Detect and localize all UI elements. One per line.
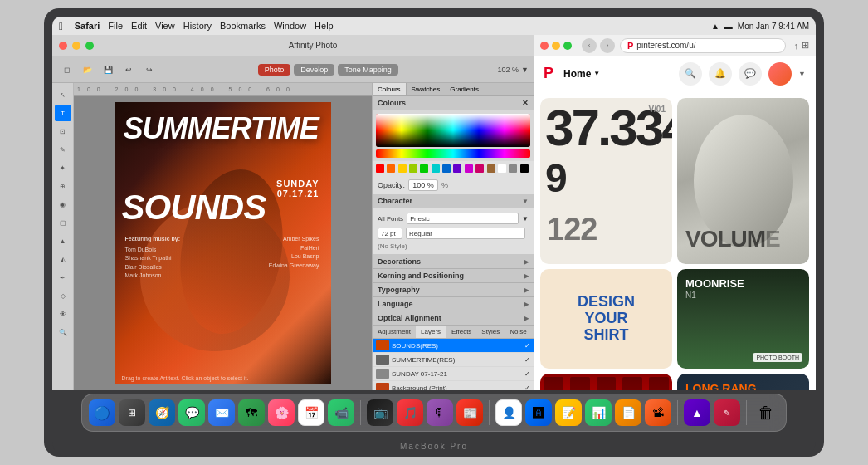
layer-visible-bg[interactable]: ✓ bbox=[524, 384, 530, 391]
toolbar-new[interactable]: ◻ bbox=[57, 61, 76, 79]
swatch-orange[interactable] bbox=[387, 164, 395, 173]
swatch-brown[interactable] bbox=[487, 164, 495, 173]
tab-effects[interactable]: Effects bbox=[446, 326, 476, 338]
hue-slider[interactable] bbox=[376, 149, 530, 158]
font-family-input[interactable]: Friesic bbox=[407, 213, 519, 224]
swatch-white[interactable] bbox=[498, 164, 506, 173]
dock-icon-finder[interactable]: 🔵 bbox=[89, 399, 115, 426]
layer-sunday[interactable]: SUNDAY 07-17-21 ✓ bbox=[373, 367, 534, 381]
dock-icon-affinity[interactable]: ▲ bbox=[684, 399, 710, 426]
maximize-button[interactable] bbox=[85, 42, 94, 50]
dock-icon-appstore[interactable]: 🅰 bbox=[525, 399, 552, 426]
language-expand[interactable]: ▶ bbox=[524, 301, 529, 308]
pin-typography[interactable]: 37.3349 122 V/01 bbox=[540, 98, 672, 264]
dock-icon-launchpad[interactable]: ⊞ bbox=[119, 399, 145, 426]
tool-shapes[interactable]: ◭ bbox=[55, 251, 71, 267]
layer-visible-sounds[interactable]: ✓ bbox=[524, 342, 530, 350]
character-expand[interactable]: ▼ bbox=[522, 198, 529, 205]
toolbar-undo[interactable]: ↩ bbox=[119, 61, 138, 79]
swatch-gray[interactable] bbox=[509, 164, 517, 173]
swatch-lime[interactable] bbox=[409, 164, 417, 173]
mode-develop[interactable]: Develop bbox=[294, 64, 334, 76]
font-family-arrow[interactable]: ▼ bbox=[522, 215, 529, 223]
layer-visible-summertime[interactable]: ✓ bbox=[524, 356, 530, 364]
browser-close[interactable] bbox=[540, 42, 549, 50]
tool-retouch[interactable]: ◉ bbox=[55, 196, 71, 213]
font-size-input[interactable]: 72 pt bbox=[378, 228, 402, 239]
apple-menu[interactable]:  bbox=[59, 20, 63, 32]
browser-minimize[interactable] bbox=[552, 42, 560, 50]
tool-clone[interactable]: ⊕ bbox=[55, 178, 71, 194]
menu-bookmarks[interactable]: Bookmarks bbox=[220, 21, 266, 31]
menu-help[interactable]: Help bbox=[315, 21, 334, 31]
tab-button[interactable]: ⊞ bbox=[802, 40, 809, 51]
tool-flood[interactable]: ▲ bbox=[55, 232, 71, 249]
tool-pen[interactable]: ✒ bbox=[55, 269, 71, 286]
color-spectrum[interactable] bbox=[376, 114, 530, 147]
swatch-magenta[interactable] bbox=[465, 164, 473, 173]
tool-arrow[interactable]: ↖ bbox=[55, 86, 71, 103]
typography-expand[interactable]: ▶ bbox=[524, 286, 529, 294]
pinterest-home-btn[interactable]: Home ▼ bbox=[563, 68, 600, 80]
menu-window[interactable]: Window bbox=[274, 21, 306, 31]
font-style-input[interactable]: Regular bbox=[406, 228, 525, 239]
tool-crop[interactable]: ⊡ bbox=[55, 123, 71, 140]
layer-background[interactable]: Background (Print) ✓ bbox=[373, 381, 534, 390]
toolbar-save[interactable]: 💾 bbox=[99, 61, 117, 79]
pin-long-range[interactable]: LONG RANG A Runner's Journey Vol. 3 + bbox=[677, 374, 809, 390]
tool-text[interactable]: T bbox=[55, 105, 71, 121]
pin-moonrise[interactable]: MOONRISE N1 PHOTO BOOTH bbox=[677, 269, 809, 369]
dock-icon-facetime[interactable]: 📹 bbox=[328, 399, 354, 426]
notifications-btn[interactable]: 🔔 bbox=[709, 62, 732, 86]
tool-selection[interactable]: ▢ bbox=[55, 214, 71, 231]
swatch-red[interactable] bbox=[376, 164, 384, 173]
layer-visible-sunday[interactable]: ✓ bbox=[524, 370, 530, 378]
tab-gradients[interactable]: Gradients bbox=[445, 83, 484, 95]
menu-safari[interactable]: Safari bbox=[75, 21, 100, 31]
swatch-blue[interactable] bbox=[442, 164, 451, 173]
menu-history[interactable]: History bbox=[183, 21, 212, 31]
messages-btn[interactable]: 💬 bbox=[739, 62, 762, 86]
dock-icon-photos[interactable]: 🌸 bbox=[268, 399, 295, 426]
dock-icon-trash[interactable]: 🗑 bbox=[753, 399, 779, 426]
dock-icon-music[interactable]: 🎵 bbox=[397, 399, 423, 426]
decorations-expand[interactable]: ▶ bbox=[524, 258, 529, 266]
dock-icon-pages[interactable]: 📄 bbox=[615, 399, 641, 426]
dock-icon-podcasts[interactable]: 🎙 bbox=[427, 399, 453, 426]
tab-layers[interactable]: Layers bbox=[416, 326, 446, 338]
view-dropdown[interactable]: ▼ bbox=[521, 66, 529, 74]
profile-chevron[interactable]: ▼ bbox=[798, 70, 806, 78]
alignment-expand[interactable]: ▶ bbox=[524, 315, 529, 322]
menu-view[interactable]: View bbox=[155, 21, 175, 31]
canvas-content[interactable]: SUMMERTIME SUNDAY 07.17.21 SOUNDS Featur… bbox=[74, 96, 372, 390]
mode-photo[interactable]: Photo bbox=[258, 64, 291, 76]
toolbar-redo[interactable]: ↪ bbox=[140, 61, 158, 79]
tab-styles[interactable]: Styles bbox=[476, 326, 505, 338]
user-avatar[interactable] bbox=[768, 62, 792, 86]
mode-tone[interactable]: Tone Mapping bbox=[338, 64, 398, 76]
dock-icon-more[interactable]: ✎ bbox=[714, 399, 740, 426]
layer-summertime[interactable]: SUMMERTIME(RES) ✓ bbox=[373, 353, 534, 367]
dock-icon-messages[interactable]: 💬 bbox=[178, 399, 205, 426]
dock-icon-maps[interactable]: 🗺 bbox=[238, 399, 265, 426]
search-btn[interactable]: 🔍 bbox=[679, 62, 702, 86]
dock-icon-safari[interactable]: 🧭 bbox=[149, 399, 175, 426]
pin-silver[interactable]: Volume bbox=[677, 98, 809, 264]
menu-edit[interactable]: Edit bbox=[131, 21, 147, 31]
pin-red-curtain[interactable] bbox=[540, 374, 672, 390]
swatch-pink[interactable] bbox=[475, 164, 484, 173]
toolbar-open[interactable]: 📂 bbox=[78, 61, 96, 79]
swatch-cyan[interactable] bbox=[432, 164, 440, 173]
tool-node[interactable]: ◇ bbox=[55, 287, 71, 304]
tab-swatches[interactable]: Swatches bbox=[407, 83, 446, 95]
kerning-expand[interactable]: ▶ bbox=[524, 272, 529, 280]
layer-sounds[interactable]: SOUNDS(RES) ✓ bbox=[373, 339, 534, 353]
dock-icon-keynote[interactable]: 📽 bbox=[645, 399, 671, 426]
dock-icon-numbers[interactable]: 📊 bbox=[585, 399, 612, 426]
swatch-purple[interactable] bbox=[453, 164, 461, 173]
close-button[interactable] bbox=[59, 42, 67, 50]
browser-maximize[interactable] bbox=[563, 42, 572, 50]
swatch-black[interactable] bbox=[520, 164, 529, 173]
swatch-yellow[interactable] bbox=[398, 164, 407, 173]
tab-noise[interactable]: Noise bbox=[505, 326, 531, 338]
